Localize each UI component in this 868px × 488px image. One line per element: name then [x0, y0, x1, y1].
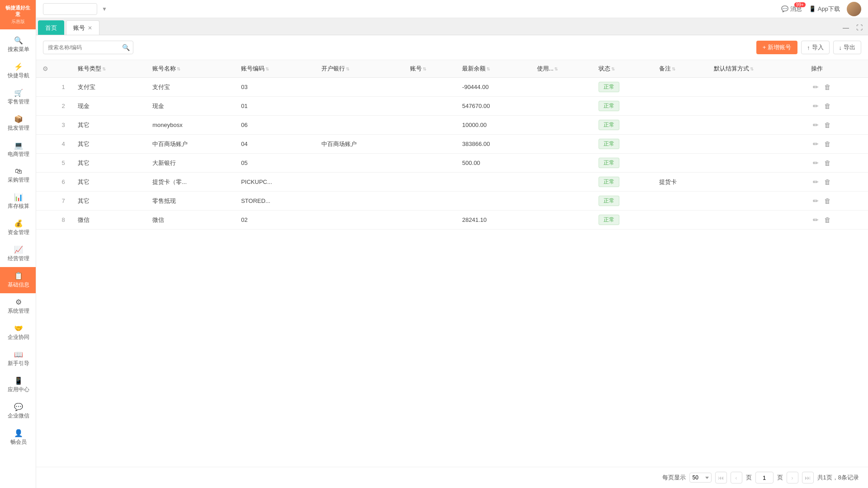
edit-button[interactable]: ✏ [811, 158, 821, 168]
sidebar: 畅捷通好生意 乐惠版 🔍搜索菜单⚡快捷导航🛒零售管理📦批发管理💻电商管理🛍采购管… [0, 0, 36, 488]
sort-usage-icon[interactable]: ⇅ [554, 66, 558, 71]
sort-code-icon[interactable]: ⇅ [265, 66, 269, 71]
sidebar-item-finance[interactable]: 💰资金管理 [0, 215, 36, 241]
delete-button[interactable]: 🗑 [822, 196, 833, 206]
delete-button[interactable]: 🗑 [822, 215, 833, 225]
sidebar-item-corpwechat[interactable]: 💬企业微信 [0, 398, 36, 424]
table-row: 4 其它 中百商场账户 04 中百商场账户 383866.00 正常 ✏ 🗑 [36, 135, 868, 154]
edit-button[interactable]: ✏ [811, 120, 821, 130]
row-name: moneybosx [147, 116, 236, 135]
sidebar-icon-finance: 💰 [14, 219, 23, 228]
sort-name-icon[interactable]: ⇅ [177, 66, 180, 71]
sort-settle-icon[interactable]: ⇅ [750, 66, 754, 71]
row-code: PICKUPC... [236, 173, 316, 192]
sidebar-item-system[interactable]: ⚙系统管理 [0, 293, 36, 319]
add-account-button[interactable]: + 新增账号 [756, 41, 797, 54]
column-settings-icon[interactable]: ⚙ [42, 65, 48, 72]
export-button[interactable]: ↓ 导出 [833, 41, 862, 54]
sidebar-label-corpwechat: 企业微信 [8, 412, 29, 420]
row-settings [36, 211, 54, 230]
sidebar-item-purchase[interactable]: 🛍采购管理 [0, 163, 36, 188]
delete-button[interactable]: 🗑 [822, 101, 833, 111]
sidebar-item-inventory[interactable]: 📊库存核算 [0, 188, 36, 215]
edit-button[interactable]: ✏ [811, 196, 821, 206]
app-sub: 乐惠版 [11, 19, 25, 25]
row-balance [457, 192, 531, 211]
sort-status-icon[interactable]: ⇅ [611, 66, 615, 71]
page-last-button[interactable]: ⏭ [802, 472, 814, 483]
tab-home[interactable]: 首页 [38, 20, 64, 35]
sidebar-item-appcenter[interactable]: 📱应用中心 [0, 372, 36, 398]
page-prev-button[interactable]: ‹ [731, 472, 742, 483]
edit-button[interactable]: ✏ [811, 215, 821, 225]
import-button[interactable]: ↑ 导入 [801, 41, 830, 54]
row-balance: 547670.00 [457, 97, 531, 116]
avatar[interactable] [847, 2, 861, 16]
sidebar-item-search[interactable]: 🔍搜索菜单 [0, 32, 36, 58]
edit-button[interactable]: ✏ [811, 101, 821, 111]
download-icon: 📱 [809, 5, 816, 12]
tab-maximize-button[interactable]: ⛶ [854, 23, 864, 32]
row-actions: ✏ 🗑 [806, 97, 868, 116]
row-remark [654, 116, 708, 135]
col-balance: 最新余额⇅ [457, 60, 531, 78]
page-input[interactable] [755, 472, 774, 483]
top-search-input[interactable] [43, 3, 97, 15]
row-default-settle [708, 135, 806, 154]
row-usage [532, 116, 593, 135]
row-status: 正常 [593, 135, 654, 154]
row-settings [36, 154, 54, 173]
sort-account-icon[interactable]: ⇅ [423, 66, 426, 71]
page-next-button[interactable]: › [787, 472, 798, 483]
delete-button[interactable]: 🗑 [822, 120, 833, 130]
edit-button[interactable]: ✏ [811, 82, 821, 92]
table-header-row: ⚙ 账号类型⇅ 账号名称⇅ 账号编码⇅ 开户银行⇅ 账号⇅ 最新余额⇅ 使用..… [36, 60, 868, 78]
row-type: 微信 [72, 211, 147, 230]
page-first-button[interactable]: ⏮ [715, 472, 727, 483]
row-bank [316, 154, 405, 173]
delete-button[interactable]: 🗑 [822, 139, 833, 149]
dropdown-arrow-icon[interactable]: ▼ [102, 6, 107, 12]
page-size-select[interactable]: 50 20 100 [689, 473, 712, 483]
sort-type-icon[interactable]: ⇅ [102, 66, 106, 71]
sidebar-item-basic[interactable]: 📋基础信息 [0, 267, 36, 293]
row-code: 05 [236, 154, 316, 173]
row-usage [532, 78, 593, 97]
row-actions: ✏ 🗑 [806, 78, 868, 97]
search-icon[interactable]: 🔍 [122, 44, 130, 51]
row-settings [36, 116, 54, 135]
sort-bank-icon[interactable]: ⇅ [346, 66, 349, 71]
sidebar-item-quicknav[interactable]: ⚡快捷导航 [0, 58, 36, 84]
search-input[interactable] [43, 41, 133, 54]
edit-button[interactable]: ✏ [811, 177, 821, 187]
tab-minimize-button[interactable]: — [841, 23, 851, 32]
col-account: 账号⇅ [405, 60, 457, 78]
sidebar-item-corporate[interactable]: 🤝企业协同 [0, 319, 36, 346]
sidebar-item-member[interactable]: 👤畅会员 [0, 424, 36, 450]
edit-button[interactable]: ✏ [811, 139, 821, 149]
download-button[interactable]: 📱 App下载 [809, 5, 840, 13]
tab-account[interactable]: 账号 ✕ [66, 20, 99, 35]
tab-account-close[interactable]: ✕ [88, 25, 92, 31]
sidebar-item-operations[interactable]: 📈经营管理 [0, 241, 36, 267]
row-settings [36, 173, 54, 192]
row-name: 现金 [147, 97, 236, 116]
sidebar-label-operations: 经营管理 [8, 255, 29, 263]
header-left: ▼ [43, 3, 107, 15]
delete-button[interactable]: 🗑 [822, 158, 833, 168]
sidebar-item-wholesale[interactable]: 📦批发管理 [0, 110, 36, 136]
message-button[interactable]: 💬 消息 99+ [781, 5, 802, 13]
row-num: 7 [54, 192, 72, 211]
sidebar-item-guide[interactable]: 📖新手引导 [0, 346, 36, 372]
sidebar-item-ecommerce[interactable]: 💻电商管理 [0, 136, 36, 163]
row-account [405, 211, 457, 230]
sort-balance-icon[interactable]: ⇅ [486, 66, 490, 71]
sort-remark-icon[interactable]: ⇅ [672, 66, 675, 71]
row-account [405, 154, 457, 173]
delete-button[interactable]: 🗑 [822, 82, 833, 92]
table-row: 6 其它 提货卡（零... PICKUPC... 正常 提货卡 ✏ 🗑 [36, 173, 868, 192]
tab-account-label: 账号 [73, 24, 85, 32]
delete-button[interactable]: 🗑 [822, 177, 833, 187]
sidebar-item-retail[interactable]: 🛒零售管理 [0, 84, 36, 110]
row-remark [654, 154, 708, 173]
